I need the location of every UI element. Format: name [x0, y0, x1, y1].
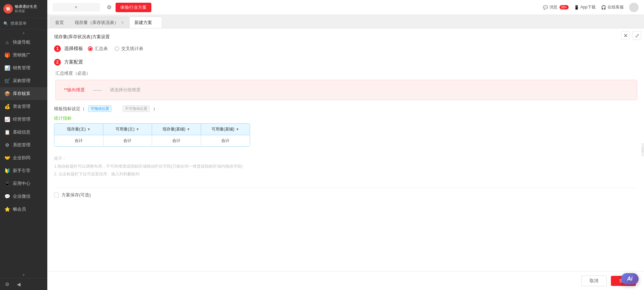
- section-template: 1 选择模板 汇总表 交叉统计表: [54, 45, 637, 52]
- sidebar-search[interactable]: 🔍 搜索菜单: [0, 18, 47, 29]
- dimension-pink-area[interactable]: **纵向维度 —— 请选择分组维度: [55, 80, 637, 100]
- topbar: ▼ ⚙ 体验行业方案 💬 消息 99+ 📱 App下载 🎧 在线客服: [47, 0, 644, 15]
- stats-table-header: 现存量(主) ▼ 可用量(主) ▼ 现存量(基辅) ▼: [54, 124, 250, 135]
- sidebar-item-contract[interactable]: 🤝 企业协同: [0, 151, 47, 164]
- tab-close-inventory[interactable]: ×: [121, 20, 124, 25]
- sidebar-bottom: ⚙ ◀: [0, 278, 47, 290]
- section1-title: 选择模板: [64, 46, 83, 52]
- tab-new-scheme[interactable]: 新建方案 ×: [129, 17, 162, 28]
- col-header-current-main[interactable]: 现存量(主) ▼: [54, 124, 103, 135]
- col-chevron-3[interactable]: ▼: [236, 127, 239, 131]
- content-area: ✕ ⤢ 现存量(库存状况表)方案设置 1 选择模板 汇总表: [47, 28, 644, 271]
- sidebar-item-purchase[interactable]: 🛒 采购管理: [0, 74, 47, 87]
- panel-title: 现存量(库存状况表)方案设置: [54, 34, 637, 40]
- indicator-label-row: 模板指标设定（ 可拖动位置 不可拖动位置 ）: [54, 105, 637, 112]
- col-chevron-1[interactable]: ▼: [136, 127, 139, 131]
- settings-icon[interactable]: ⚙: [4, 281, 10, 287]
- radio-cross[interactable]: 交叉统计表: [115, 46, 143, 52]
- footer-bar: 取消 查询: [47, 271, 644, 290]
- sidebar-item-finance[interactable]: 💰 资金管理: [0, 100, 47, 113]
- sidebar: 畅 畅康通好生意 标准版 🔍 搜索菜单 ▲ ⌂ 快捷导航 🎁 营销推广 📊 销售…: [0, 0, 47, 290]
- tab-inventory-status[interactable]: 现存量（库存状况表） ×: [70, 17, 129, 28]
- message-badge: 99+: [560, 5, 569, 9]
- dimension-placeholder: 请选择分组维度: [110, 87, 141, 93]
- col-body-0: 合计: [54, 135, 103, 146]
- stats-table-body: 合计 合计 合计 合计: [54, 135, 250, 146]
- sidebar-nav: ⌂ 快捷导航 🎁 营销推广 📊 销售管理 🛒 采购管理 📦 库存核算 💰 资金管…: [0, 36, 47, 272]
- sidebar-item-operations[interactable]: 📈 经营管理: [0, 113, 47, 126]
- app-download-button[interactable]: 📱 App下载: [574, 4, 596, 10]
- sidebar-item-wechat[interactable]: 💬 企业微信: [0, 190, 47, 203]
- radio-cross-circle: [115, 46, 119, 51]
- chart-icon: 📊: [4, 65, 10, 71]
- ai-fab-button[interactable]: Ai: [621, 273, 639, 285]
- save-checkbox-row[interactable]: 方案保存(可选): [54, 188, 637, 198]
- col-chevron-0[interactable]: ▼: [87, 127, 91, 131]
- col-header-available-aux[interactable]: 可用量(基辅) ▼: [201, 124, 250, 135]
- close-panel-button[interactable]: ✕: [621, 31, 630, 40]
- sidebar-item-sales[interactable]: 📊 销售管理: [0, 62, 47, 74]
- sidebar-item-marketing[interactable]: 🎁 营销推广: [0, 49, 47, 62]
- app-icon: 📱: [4, 180, 10, 187]
- section1-header: 1 选择模板 汇总表 交叉统计表: [54, 45, 637, 52]
- sidebar-item-quick-nav[interactable]: ⌂ 快捷导航: [0, 36, 47, 49]
- section2-title: 方案配置: [64, 59, 83, 65]
- resize-handle[interactable]: [641, 143, 644, 156]
- tip-item-1: 2. 点击标题栏下拉可设置排序、插入列和删除列: [54, 171, 637, 177]
- message-button[interactable]: 💬 消息 99+: [543, 4, 569, 10]
- trial-button[interactable]: 体验行业方案: [116, 3, 151, 12]
- dimension-required-label: **纵向维度: [64, 87, 85, 93]
- draggable-badge: 可拖动位置: [88, 105, 112, 112]
- section2-num: 2: [54, 59, 61, 66]
- save-checkbox-label: 方案保存(可选): [61, 192, 91, 198]
- collapse-icon[interactable]: ◀: [16, 281, 22, 287]
- app-logo: 畅 畅康通好生意 标准版: [0, 0, 47, 18]
- indicator-sep: [115, 106, 119, 112]
- summary-dimension-section: 汇总维度（必选） **纵向维度 —— 请选择分组维度: [55, 70, 637, 100]
- home-icon: ⌂: [4, 39, 10, 45]
- tips-title: 提示：: [54, 155, 637, 161]
- topbar-right: 💬 消息 99+ 📱 App下载 🎧 在线客服: [543, 3, 639, 12]
- cancel-button[interactable]: 取消: [581, 275, 607, 286]
- window-controls: ✕ ⤢: [621, 31, 641, 40]
- tab-bar: 首页 现存量（库存状况表） × 新建方案 ×: [47, 15, 644, 28]
- section2-header: 2 方案配置: [54, 59, 637, 66]
- radio-summary[interactable]: 汇总表: [88, 46, 108, 52]
- money-icon: 💰: [4, 103, 10, 110]
- box-icon: 📦: [4, 91, 10, 97]
- svg-point-2: [642, 151, 643, 152]
- service-button[interactable]: 🎧 在线客服: [601, 4, 624, 10]
- search-icon: 🔍: [3, 21, 8, 26]
- sidebar-item-basic-info[interactable]: 📋 基础信息: [0, 126, 47, 139]
- indicator-settings-label: 模板指标设定（: [54, 106, 85, 112]
- trend-icon: 📈: [4, 116, 10, 122]
- topbar-search-box[interactable]: ▼: [53, 3, 100, 11]
- sidebar-item-app-center[interactable]: 📱 应用中心: [0, 177, 47, 190]
- expand-panel-button[interactable]: ⤢: [633, 31, 641, 40]
- handshake-icon: 🤝: [4, 155, 10, 161]
- save-checkbox[interactable]: [54, 193, 59, 197]
- scroll-down-button[interactable]: ▼: [0, 272, 47, 278]
- svg-point-1: [642, 149, 643, 150]
- doc-icon: 📋: [4, 129, 10, 135]
- sidebar-item-member[interactable]: ⭐ 畅会员: [0, 203, 47, 216]
- sidebar-item-guide[interactable]: 🔰 新手引导: [0, 164, 47, 177]
- dimension-separator: ——: [93, 88, 102, 93]
- col-header-available-main[interactable]: 可用量(主) ▼: [103, 124, 152, 135]
- sidebar-item-system[interactable]: ⚙ 系统管理: [0, 139, 47, 151]
- summary-dimension-label: 汇总维度（必选）: [55, 70, 637, 76]
- sidebar-item-inventory[interactable]: 📦 库存核算: [0, 87, 47, 100]
- scroll-up-button[interactable]: ▲: [0, 29, 47, 36]
- indicator-settings: 模板指标设定（ 可拖动位置 不可拖动位置 ） 统计指标 现存量(主) ▼: [54, 105, 637, 182]
- col-body-3: 合计: [201, 135, 250, 146]
- user-avatar[interactable]: [629, 3, 639, 12]
- indicator-end: ）: [153, 106, 157, 112]
- topbar-gear-icon[interactable]: ⚙: [107, 4, 112, 10]
- tab-close-new-scheme[interactable]: ×: [155, 20, 157, 25]
- tab-home[interactable]: 首页: [50, 17, 69, 28]
- stats-label: 统计指标: [54, 115, 637, 121]
- headset-icon: 🎧: [601, 5, 606, 10]
- not-draggable-badge: 不可拖动位置: [123, 105, 150, 112]
- col-header-current-aux[interactable]: 现存量(基辅) ▼: [152, 124, 201, 135]
- col-chevron-2[interactable]: ▼: [187, 127, 190, 131]
